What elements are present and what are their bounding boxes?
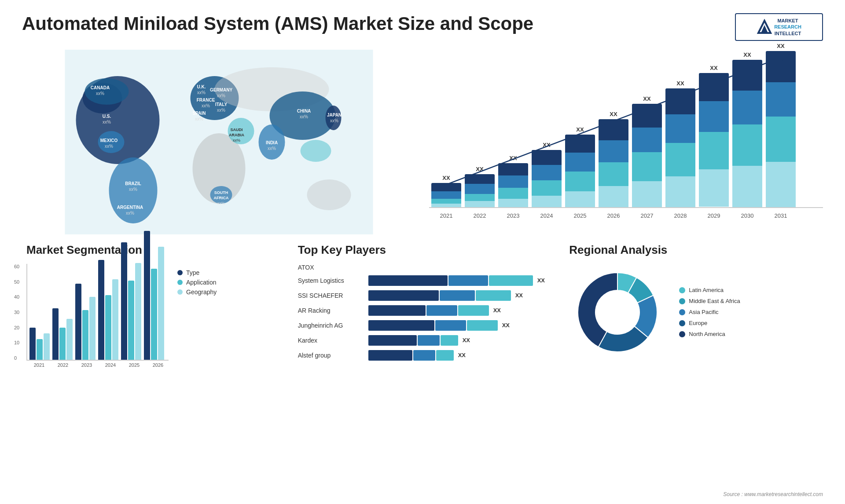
svg-text:ARGENTINA: ARGENTINA <box>117 205 143 210</box>
legend-item: Type <box>177 269 217 276</box>
growth-x-axis: 2021202220232024202520262027202820292030… <box>429 210 823 219</box>
seg-content: 60 50 40 30 20 10 0 20212022202320242025… <box>26 264 276 368</box>
svg-text:xx%: xx% <box>217 201 225 205</box>
svg-text:SOUTH: SOUTH <box>214 190 228 195</box>
segmentation-section: Market Segmentation 60 50 40 30 20 10 0 <box>22 239 280 372</box>
svg-text:xx%: xx% <box>233 138 240 142</box>
svg-text:U.S.: U.S. <box>103 114 111 119</box>
player-row: Jungheinrich AGXX <box>298 320 547 331</box>
growth-chart-section: XXXXXXXXXXXXXXXXXXXXXX 20212022202320242… <box>429 50 823 234</box>
growth-bar-group: XX <box>766 43 796 207</box>
player-row: System LogisticsXX <box>298 275 547 286</box>
players-title: Top Key Players <box>298 243 547 257</box>
player-row: ATOX <box>298 264 547 271</box>
growth-bar-group: XX <box>532 142 562 207</box>
regional-section: Regional Analysis Latin AmericaMiddle Ea… <box>565 239 823 372</box>
regional-legend-item: Asia Pacific <box>679 309 740 315</box>
growth-chart: XXXXXXXXXXXXXXXXXXXXXX 20212022202320242… <box>429 50 823 234</box>
regional-legend-item: Middle East & Africa <box>679 298 740 304</box>
svg-text:INDIA: INDIA <box>266 140 278 145</box>
svg-point-16 <box>326 106 342 130</box>
growth-bar-group: XX <box>431 175 461 207</box>
svg-point-5 <box>85 78 129 105</box>
seg-legend: TypeApplicationGeography <box>177 269 217 296</box>
seg-x-axis: 202120222023202420252026 <box>26 362 169 368</box>
map-label-canada: CANADA <box>91 85 110 90</box>
legend-item: Geography <box>177 289 217 296</box>
svg-text:SPAIN: SPAIN <box>193 111 206 116</box>
donut-chart <box>569 264 666 361</box>
seg-bars-area <box>26 264 169 361</box>
growth-bar-group: XX <box>632 95 662 207</box>
svg-text:ITALY: ITALY <box>215 102 228 107</box>
regional-legend-item: North America <box>679 331 740 337</box>
seg-y-axis: 60 50 40 30 20 10 0 <box>14 264 19 361</box>
bottom-grid: Market Segmentation 60 50 40 30 20 10 0 <box>22 239 823 372</box>
svg-text:xx%: xx% <box>129 187 137 192</box>
regional-legend-item: Europe <box>679 320 740 326</box>
legend-item: Application <box>177 279 217 286</box>
svg-text:SAUDI: SAUDI <box>230 128 242 132</box>
logo: MARKET RESEARCH INTELLECT <box>735 13 823 41</box>
svg-text:GERMANY: GERMANY <box>210 88 232 92</box>
growth-bar-group: XX <box>465 166 495 207</box>
svg-point-17 <box>307 179 351 210</box>
logo-text: MARKET RESEARCH INTELLECT <box>774 18 801 37</box>
svg-text:U.K.: U.K. <box>197 84 206 89</box>
growth-bar-group: XX <box>732 51 762 207</box>
header: Automated Miniload System (AMS) Market S… <box>22 13 823 41</box>
svg-text:xx%: xx% <box>105 144 113 149</box>
regional-legend: Latin AmericaMiddle East & AfricaAsia Pa… <box>679 287 740 337</box>
seg-bar-group <box>98 260 118 360</box>
growth-bars: XXXXXXXXXXXXXXXXXXXXXX <box>429 50 823 208</box>
regional-legend-item: Latin America <box>679 287 740 293</box>
seg-bar-group <box>121 242 141 360</box>
donut-container: Latin AmericaMiddle East & AfricaAsia Pa… <box>569 264 819 361</box>
svg-text:xx%: xx% <box>330 118 338 123</box>
world-map-svg: CANADA xx% U.S. xx% MEXICO xx% BRAZIL xx… <box>22 50 416 234</box>
seg-bar-group <box>29 328 50 360</box>
svg-text:xx%: xx% <box>103 120 111 124</box>
map-section: CANADA xx% U.S. xx% MEXICO xx% BRAZIL xx… <box>22 50 416 234</box>
svg-text:xx%: xx% <box>217 93 225 98</box>
svg-point-15 <box>301 140 331 162</box>
player-row: SSI SCHAEFERXX <box>298 290 547 301</box>
growth-bar-group: XX <box>699 65 729 207</box>
svg-text:xx%: xx% <box>217 108 225 113</box>
svg-text:MEXICO: MEXICO <box>100 138 118 143</box>
source-text: Source : www.marketresearchintellect.com <box>723 491 823 497</box>
svg-text:xx%: xx% <box>197 90 206 95</box>
svg-text:xx%: xx% <box>268 146 276 151</box>
growth-bar-group: XX <box>599 111 628 207</box>
growth-bar-group: XX <box>565 126 595 207</box>
svg-point-51 <box>595 290 639 334</box>
svg-text:xx%: xx% <box>96 91 104 96</box>
players-section: Top Key Players ATOXSystem LogisticsXXSS… <box>294 239 552 372</box>
svg-text:xx%: xx% <box>195 117 203 121</box>
regional-title: Regional Analysis <box>569 243 819 257</box>
player-row: Alstef groupXX <box>298 350 547 361</box>
page-container: Automated Miniload System (AMS) Market S… <box>0 0 845 504</box>
players-list: ATOXSystem LogisticsXXSSI SCHAEFERXXAR R… <box>298 264 547 361</box>
svg-text:BRAZIL: BRAZIL <box>125 181 141 186</box>
seg-chart: 60 50 40 30 20 10 0 20212022202320242025… <box>26 264 169 368</box>
svg-text:xx%: xx% <box>126 211 134 215</box>
growth-bar-group: XX <box>498 155 528 207</box>
svg-text:AFRICA: AFRICA <box>214 196 229 200</box>
growth-bar-group: XX <box>665 80 695 207</box>
svg-text:xx%: xx% <box>202 103 210 108</box>
svg-text:FRANCE: FRANCE <box>197 98 215 102</box>
page-title: Automated Miniload System (AMS) Market S… <box>22 13 533 34</box>
seg-bar-group <box>75 284 96 360</box>
player-row: AR RackingXX <box>298 305 547 316</box>
seg-bar-group <box>144 231 164 360</box>
player-row: KardexXX <box>298 335 547 346</box>
top-grid: CANADA xx% U.S. xx% MEXICO xx% BRAZIL xx… <box>22 50 823 234</box>
svg-text:CHINA: CHINA <box>297 109 311 113</box>
svg-text:JAPAN: JAPAN <box>327 113 342 117</box>
seg-bar-group <box>52 308 73 360</box>
svg-text:xx%: xx% <box>300 114 308 119</box>
logo-icon <box>757 19 772 35</box>
map-svg-container: CANADA xx% U.S. xx% MEXICO xx% BRAZIL xx… <box>22 50 416 234</box>
svg-text:ARABIA: ARABIA <box>229 133 244 137</box>
